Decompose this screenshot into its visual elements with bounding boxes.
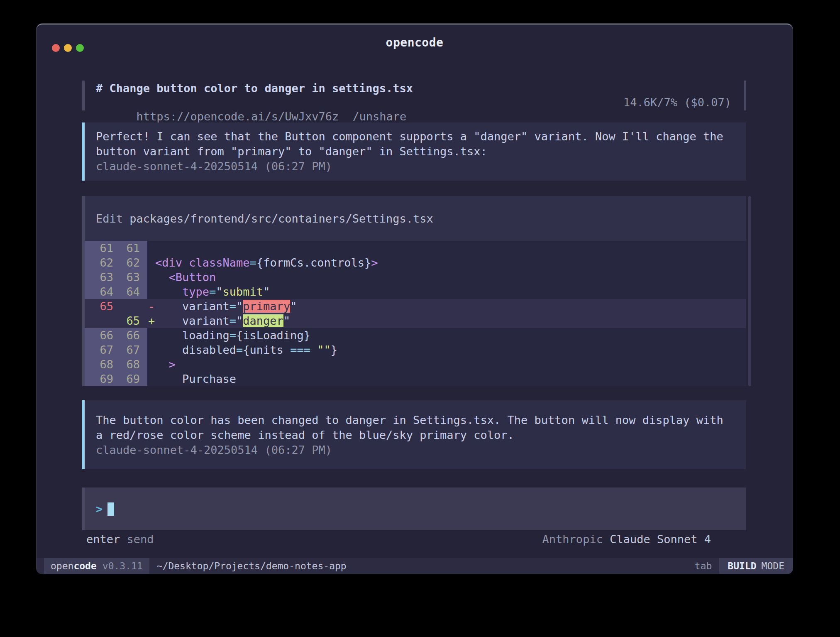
diff-gutter: 65 — [85, 314, 147, 328]
diff-gutter: 6767 — [85, 343, 147, 357]
diff-marker — [147, 343, 155, 357]
share-url-link[interactable]: https://opencode.ai/s/UwJxv76z — [137, 110, 339, 123]
diff-code-line: <Button — [155, 270, 216, 284]
status-bar: opencodev0.3.11 ~/Desktop/Projects/demo-… — [37, 558, 793, 574]
new-line-number — [113, 299, 140, 314]
diff-marker: + — [147, 314, 155, 328]
diff-code-line: variant="primary" — [155, 299, 297, 314]
diff-code-line: <div className={formCs.controls}> — [155, 255, 378, 270]
diff-row: 6363 <Button — [85, 270, 746, 284]
edit-tool-verb: Edit — [96, 212, 129, 225]
new-line-number: 63 — [113, 270, 140, 284]
old-line-number: 62 — [85, 255, 113, 270]
prompt-symbol: > — [96, 502, 103, 515]
old-line-number: 68 — [85, 357, 113, 372]
diff-gutter: 6666 — [85, 328, 147, 343]
minimize-button[interactable] — [64, 44, 72, 52]
old-line-number: 66 — [85, 328, 113, 343]
working-directory: ~/Desktop/Projects/demo-notes-app — [157, 561, 347, 571]
diff-code-line: loading={isLoading} — [155, 328, 310, 343]
diff-marker: - — [147, 299, 155, 314]
diff-row: 6262<div className={formCs.controls}> — [85, 255, 746, 270]
diff-gutter: 6464 — [85, 284, 147, 299]
app-version: v0.3.11 — [103, 561, 143, 571]
old-line-number: 64 — [85, 284, 113, 299]
titlebar: opencode — [37, 24, 793, 60]
diff-code-line: variant="danger" — [155, 314, 290, 328]
new-line-number: 65 — [113, 314, 140, 328]
diff-marker — [147, 241, 155, 255]
close-button[interactable] — [52, 44, 60, 52]
old-line-number: 63 — [85, 270, 113, 284]
opencode-window: opencode # Change button color to danger… — [37, 24, 793, 574]
old-line-number: 69 — [85, 372, 113, 386]
diff-gutter: 6161 — [85, 241, 147, 255]
diff-rows: 61616262<div className={formCs.controls}… — [85, 241, 746, 386]
app-name: open — [51, 561, 73, 571]
edit-file-path: packages/frontend/src/containers/Setting… — [129, 212, 433, 225]
new-line-number: 61 — [113, 241, 140, 255]
diff-gutter: 6868 — [85, 357, 147, 372]
message-line: Perfect! I can see that the Button compo… — [96, 129, 746, 144]
edit-tool-block: Edit packages/frontend/src/containers/Se… — [82, 196, 746, 386]
new-line-number: 64 — [113, 284, 140, 299]
message-line: The button color has been changed to dan… — [96, 413, 746, 428]
diff-gutter: 6969 — [85, 372, 147, 386]
new-line-number: 67 — [113, 343, 140, 357]
diff-marker — [147, 270, 155, 284]
diff-row: 6767 disabled={units === ""} — [85, 343, 746, 357]
tab-hint: tab — [695, 561, 712, 571]
traffic-lights — [52, 44, 84, 52]
window-title: opencode — [386, 36, 444, 49]
diff-scrollbar[interactable] — [748, 196, 751, 386]
chat-input[interactable]: > — [82, 488, 746, 530]
diff-code-line: type="submit" — [155, 284, 270, 299]
new-line-number: 68 — [113, 357, 140, 372]
app-version-chip: opencodev0.3.11 — [44, 558, 149, 574]
diff-marker — [147, 372, 155, 386]
context-stats: 14.6K/7% ($0.07) — [623, 96, 731, 110]
old-line-number: 67 — [85, 343, 113, 357]
new-line-number: 66 — [113, 328, 140, 343]
session-title: # Change button color to danger in setti… — [96, 81, 744, 96]
hint-row: enter send Anthropic Claude Sonnet 4 — [82, 532, 746, 547]
message-line: button variant from "primary" to "danger… — [96, 144, 746, 159]
message-line: a red/rose color scheme instead of the b… — [96, 428, 746, 443]
old-line-number: 65 — [85, 299, 113, 314]
diff-row: 6868 > — [85, 357, 746, 372]
diff-code-line: Purchase — [155, 372, 236, 386]
diff-row: 65+ variant="danger" — [85, 314, 746, 328]
zoom-button[interactable] — [76, 44, 84, 52]
diff-row: 6969 Purchase — [85, 372, 746, 386]
old-line-number: 61 — [85, 241, 113, 255]
send-hint: enter send — [86, 532, 154, 547]
session-header: # Change button color to danger in setti… — [82, 81, 746, 110]
diff-marker — [147, 357, 155, 372]
message-meta: claude-sonnet-4-20250514 (06:27 PM) — [96, 159, 746, 174]
new-line-number: 69 — [113, 372, 140, 386]
diff-gutter: 6363 — [85, 270, 147, 284]
message-meta: claude-sonnet-4-20250514 (06:27 PM) — [96, 443, 746, 458]
edit-tool-header: Edit packages/frontend/src/containers/Se… — [85, 196, 746, 241]
diff-row: 65- variant="primary" — [85, 299, 746, 314]
diff-code-line: disabled={units === ""} — [155, 343, 337, 357]
assistant-message: Perfect! I can see that the Button compo… — [82, 122, 746, 181]
diff-gutter: 65 — [85, 299, 147, 314]
diff-row: 6666 loading={isLoading} — [85, 328, 746, 343]
unshare-command[interactable]: /unshare — [352, 110, 406, 123]
model-indicator: Anthropic Claude Sonnet 4 — [542, 532, 711, 547]
old-line-number — [85, 314, 113, 328]
diff-row: 6464 type="submit" — [85, 284, 746, 299]
diff-marker — [147, 284, 155, 299]
diff-code-line: > — [155, 357, 176, 372]
new-line-number: 62 — [113, 255, 140, 270]
diff-gutter: 6262 — [85, 255, 147, 270]
mode-toggle-chip[interactable]: BUILDMODE — [719, 558, 793, 574]
diff-row: 6161 — [85, 241, 746, 255]
text-cursor — [107, 502, 114, 516]
diff-marker — [147, 255, 155, 270]
assistant-message: The button color has been changed to dan… — [82, 400, 746, 469]
diff-marker — [147, 328, 155, 343]
